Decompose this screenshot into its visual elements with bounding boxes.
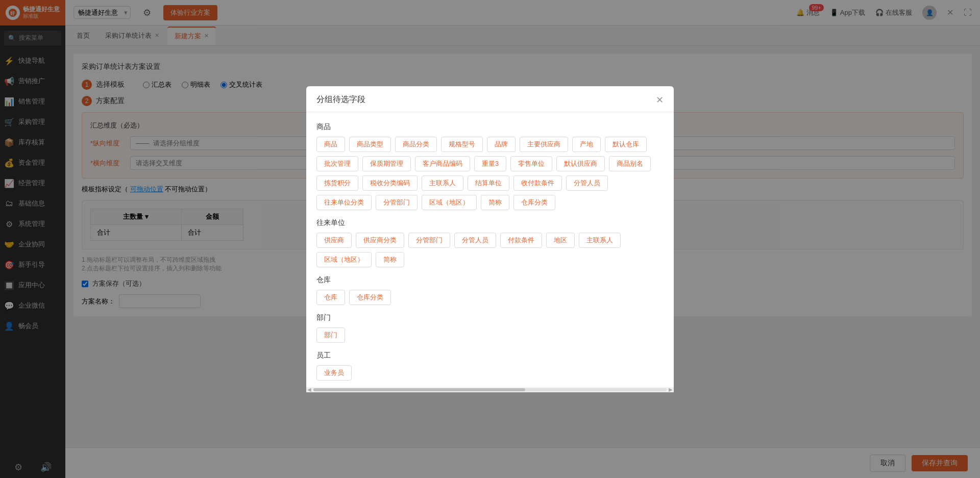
partner-fields-grid: 供应商 供应商分类 分管部门 分管人员 付款条件 地区 主联系人 区域（地区） … bbox=[316, 233, 664, 267]
field-chip-cangku[interactable]: 仓库 bbox=[316, 290, 345, 305]
scroll-left-arrow[interactable]: ◀ bbox=[307, 387, 313, 392]
field-chip-jianhuojifen[interactable]: 拣货积分 bbox=[316, 175, 358, 191]
product-fields-grid: 商品 商品类型 商品分类 规格型号 品牌 主要供应商 产地 默认仓库 批次管理 … bbox=[316, 137, 664, 210]
field-chip-cangkufenlei2[interactable]: 仓库分类 bbox=[349, 290, 391, 305]
section-warehouse-title: 仓库 bbox=[316, 275, 664, 285]
modal-close-button[interactable]: ✕ bbox=[656, 94, 664, 106]
field-chip-yewuyuan[interactable]: 业务员 bbox=[316, 365, 352, 381]
field-chip-shuishoubianhao[interactable]: 税收分类编码 bbox=[362, 175, 418, 191]
field-chip-kehushangpin[interactable]: 客户商品编码 bbox=[415, 156, 470, 171]
field-chip-baozhi[interactable]: 保质期管理 bbox=[362, 156, 411, 171]
field-chip-diqu[interactable]: 地区 bbox=[546, 233, 575, 248]
section-partner-title: 往来单位 bbox=[316, 218, 664, 228]
section-department-title: 部门 bbox=[316, 313, 664, 322]
field-chip-morengongyingshang[interactable]: 默认供应商 bbox=[556, 156, 605, 171]
field-chip-fenlei[interactable]: 商品分类 bbox=[395, 137, 437, 152]
field-chip-morencangku[interactable]: 默认仓库 bbox=[605, 137, 647, 152]
field-chip-zhongliang3[interactable]: 重量3 bbox=[474, 156, 506, 171]
modal-hscrollbar[interactable]: ◀ ▶ bbox=[306, 387, 674, 392]
section-product: 商品 商品 商品类型 商品分类 规格型号 品牌 主要供应商 产地 默认仓库 批次… bbox=[316, 122, 664, 210]
scroll-right-arrow[interactable]: ▶ bbox=[667, 387, 673, 392]
field-chip-biemingcheng[interactable]: 商品别名 bbox=[609, 156, 651, 171]
section-warehouse: 仓库 仓库 仓库分类 bbox=[316, 275, 664, 305]
field-chip-fukuantiaojian[interactable]: 付款条件 bbox=[500, 233, 542, 248]
field-chip-fenguanrenyuan2[interactable]: 分管人员 bbox=[454, 233, 496, 248]
section-employee-title: 员工 bbox=[316, 351, 664, 360]
modal-title: 分组待选字段 bbox=[316, 94, 365, 105]
field-chip-quyu2[interactable]: 区域（地区） bbox=[316, 252, 372, 267]
field-chip-chandi[interactable]: 产地 bbox=[572, 137, 601, 152]
hscrollbar-thumb[interactable] bbox=[313, 388, 525, 391]
field-chip-zhuyaogongyingshang[interactable]: 主要供应商 bbox=[520, 137, 568, 152]
modal-header: 分组待选字段 ✕ bbox=[306, 86, 674, 112]
field-selection-modal: 分组待选字段 ✕ 商品 商品 商品类型 商品分类 规格型号 品牌 主要供应商 产… bbox=[306, 86, 674, 392]
field-chip-fenguanbumon[interactable]: 分管部门 bbox=[376, 195, 418, 210]
field-chip-leixing[interactable]: 商品类型 bbox=[349, 137, 391, 152]
field-chip-piciciguanli[interactable]: 批次管理 bbox=[316, 156, 358, 171]
field-chip-zhulianxiren2[interactable]: 主联系人 bbox=[579, 233, 621, 248]
field-chip-gongyingshangfenlei[interactable]: 供应商分类 bbox=[356, 233, 404, 248]
field-chip-lingshoudanwei[interactable]: 零售单位 bbox=[510, 156, 552, 171]
field-chip-jiancheng[interactable]: 简称 bbox=[481, 195, 509, 210]
field-chip-jiesuandanwei[interactable]: 结算单位 bbox=[468, 175, 509, 191]
field-chip-wanglaifenlei[interactable]: 往来单位分类 bbox=[316, 195, 372, 210]
modal-backdrop: 分组待选字段 ✕ 商品 商品 商品类型 商品分类 规格型号 品牌 主要供应商 产… bbox=[0, 0, 980, 478]
section-partner: 往来单位 供应商 供应商分类 分管部门 分管人员 付款条件 地区 主联系人 区域… bbox=[316, 218, 664, 267]
field-chip-shangpin[interactable]: 商品 bbox=[316, 137, 345, 152]
modal-body[interactable]: 商品 商品 商品类型 商品分类 规格型号 品牌 主要供应商 产地 默认仓库 批次… bbox=[306, 112, 674, 387]
section-department: 部门 部门 bbox=[316, 313, 664, 343]
field-chip-cangkufenlei[interactable]: 仓库分类 bbox=[513, 195, 555, 210]
field-chip-quyu[interactable]: 区域（地区） bbox=[422, 195, 477, 210]
field-chip-pinpai[interactable]: 品牌 bbox=[487, 137, 516, 152]
section-product-title: 商品 bbox=[316, 122, 664, 132]
field-chip-gongyingshang[interactable]: 供应商 bbox=[316, 233, 352, 248]
field-chip-zhulianxiren[interactable]: 主联系人 bbox=[422, 175, 463, 191]
hscrollbar-track bbox=[313, 388, 667, 391]
warehouse-fields-grid: 仓库 仓库分类 bbox=[316, 290, 664, 305]
department-fields-grid: 部门 bbox=[316, 328, 664, 343]
field-chip-jiancheng2[interactable]: 简称 bbox=[376, 252, 404, 267]
employee-fields-grid: 业务员 bbox=[316, 365, 664, 381]
field-chip-bumen[interactable]: 部门 bbox=[316, 328, 345, 343]
field-chip-shoufutiaojian[interactable]: 收付款条件 bbox=[513, 175, 562, 191]
field-chip-bumen2[interactable]: 分管部门 bbox=[408, 233, 450, 248]
field-chip-fenguanrenyuan[interactable]: 分管人员 bbox=[566, 175, 608, 191]
section-employee: 员工 业务员 bbox=[316, 351, 664, 381]
field-chip-guigexinghao[interactable]: 规格型号 bbox=[441, 137, 483, 152]
